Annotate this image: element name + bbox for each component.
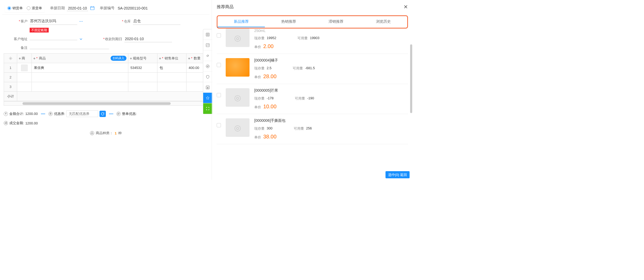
row-product[interactable]: 果倍爽	[32, 63, 128, 72]
remark-input[interactable]	[30, 47, 109, 49]
avail-label: 可用量	[295, 96, 305, 101]
recommend-title: 推荐商品	[217, 4, 234, 10]
item-title: [0000005]芒果	[254, 88, 408, 93]
item-checkbox[interactable]	[217, 123, 221, 127]
tab-hot[interactable]: 热销推荐	[265, 17, 312, 27]
product-image	[226, 58, 250, 77]
radio-icon	[7, 6, 11, 10]
subtotal-label: 小计	[4, 92, 17, 101]
avail-value: 19903	[310, 36, 319, 41]
chart-icon[interactable]	[203, 40, 212, 50]
row-thumb-cell	[17, 73, 32, 82]
row-thumb-cell	[17, 82, 32, 91]
close-icon[interactable]: ✕	[403, 4, 408, 10]
due-input[interactable]: 2020-01-10	[124, 36, 172, 42]
row-number: 3	[4, 82, 17, 91]
grid-row[interactable]: 2	[4, 73, 208, 82]
radio-sales-label: 销货单	[12, 6, 23, 11]
radio-sales[interactable]: 销货单	[7, 6, 23, 11]
shield-icon[interactable]	[203, 72, 212, 82]
coupon-input[interactable]	[66, 110, 98, 117]
scroll-thumb[interactable]	[22, 102, 171, 105]
category-count: 1	[115, 131, 116, 135]
yen-box-icon[interactable]	[203, 82, 212, 93]
customer-lookup-icon[interactable]: ···	[79, 19, 83, 23]
radio-return[interactable]: 退货单	[27, 6, 42, 11]
item-checkbox[interactable]	[217, 33, 221, 38]
category-unit: 种	[118, 131, 122, 136]
customer-label: *客户	[4, 19, 28, 24]
grid-row[interactable]: 1 果倍爽 534532 包 400.00	[4, 63, 208, 73]
tab-history[interactable]: 浏览历史	[360, 17, 407, 27]
price-label: 单价	[254, 135, 261, 140]
payment-term-badge: 不固定账期	[30, 28, 49, 32]
item-title: [0000004]橘子	[254, 58, 408, 63]
due-label: *收款到期日	[98, 37, 122, 41]
coupon-label: 优惠券:	[54, 111, 65, 116]
yen-icon: ¥	[4, 112, 8, 116]
row-product[interactable]	[32, 73, 128, 82]
doc-no-value: SA-20200110-001	[117, 6, 149, 11]
recommend-item: ◎ [0000005]芒果 现存量-178 可用量-190 单价10.00	[217, 84, 408, 114]
row-unit[interactable]: 包	[157, 63, 187, 72]
doc-type-radio-group: 销货单 退货单	[5, 4, 45, 12]
expand-icon[interactable]	[203, 103, 212, 114]
warehouse-input[interactable]: 总仓	[133, 18, 180, 25]
tab-new[interactable]: 新品推荐	[217, 17, 265, 27]
list-icon[interactable]	[203, 29, 212, 40]
avail-label: 可用量	[297, 36, 308, 41]
row-product[interactable]	[32, 82, 128, 91]
grid-row[interactable]: 3	[4, 82, 208, 92]
product-thumb	[21, 64, 28, 71]
col-img[interactable]: ◆商	[17, 54, 32, 63]
price-label: 单价	[254, 105, 261, 110]
refresh-button[interactable]	[99, 111, 106, 117]
swap-icon[interactable]	[203, 61, 212, 72]
customer-input[interactable]: 苏州万达沃尔玛	[30, 18, 77, 25]
category-label: 商品种类：	[96, 131, 113, 136]
row-spec[interactable]	[128, 73, 157, 82]
col-unit[interactable]: ◆*销售单位	[157, 54, 187, 63]
amount-value: 1200.00	[25, 112, 38, 116]
category-icon: 品	[90, 131, 94, 135]
vertical-scrollbar[interactable]	[410, 44, 412, 113]
item-checkbox[interactable]	[217, 63, 221, 67]
tab-slow[interactable]: 滞销推荐	[312, 17, 360, 27]
star-icon[interactable]	[203, 93, 212, 103]
col-spec[interactable]: ◆规格型号	[128, 54, 157, 63]
sort-icon: ◆	[33, 57, 35, 60]
chevron-down-icon[interactable]	[79, 38, 83, 41]
product-image: ◎	[226, 29, 250, 47]
radio-return-label: 退货单	[32, 6, 42, 11]
price-label: 单价	[254, 45, 261, 49]
horizontal-scrollbar[interactable]	[4, 101, 208, 105]
recommend-item: ◎ [0000006]手撕面包 现存量300 可用量256 单价38.00	[217, 114, 408, 144]
stock-value: -178	[267, 96, 274, 101]
scan-button[interactable]: 扫码录入	[111, 56, 126, 61]
row-spec[interactable]	[128, 82, 157, 91]
sort-icon: ◆	[19, 57, 21, 60]
select-return-button[interactable]: 选中(0) 返回	[386, 171, 410, 178]
calendar-icon[interactable]	[90, 6, 94, 10]
svg-point-10	[206, 65, 209, 68]
side-toolbar	[203, 29, 212, 114]
grid-settings[interactable]	[4, 54, 17, 63]
remark-label: 备注	[4, 45, 28, 50]
row-unit[interactable]	[157, 82, 187, 91]
recommend-list[interactable]: ◎ 250mL 现存量19952 可用量19903 单价2.00 [000000…	[212, 29, 413, 180]
stock-value: 300	[267, 126, 273, 131]
item-checkbox[interactable]	[217, 93, 221, 97]
deal-value: 1200.00	[25, 121, 38, 125]
row-unit[interactable]	[157, 73, 187, 82]
doc-date-value[interactable]: 2020-01-10	[67, 6, 88, 11]
link-icon[interactable]	[203, 50, 212, 61]
sort-icon: ◆	[159, 57, 161, 60]
address-input[interactable]	[30, 38, 77, 40]
sort-icon: ◆	[188, 57, 190, 60]
discount-label: 整单优惠:	[122, 111, 137, 116]
items-grid: ◆商 ◆*商品扫码录入 ◆规格型号 ◆*销售单位 ◆*数量 1 果倍爽 5345…	[4, 53, 208, 106]
svg-rect-0	[90, 7, 94, 10]
doc-date-label: 单据日期	[50, 6, 65, 11]
col-product[interactable]: ◆*商品扫码录入	[32, 54, 128, 63]
row-spec[interactable]: 534532	[128, 63, 157, 72]
